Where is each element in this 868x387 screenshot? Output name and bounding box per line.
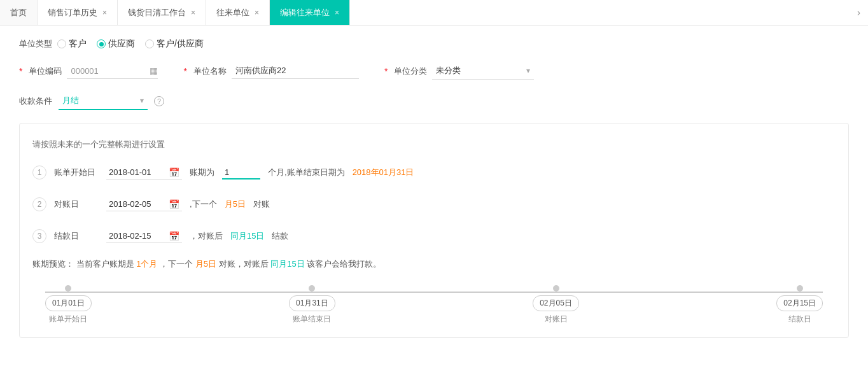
- period-highlight-date-1: 2018年01月31日: [353, 167, 414, 178]
- period-row-1: 1 账单开始日 📅 账期为 个月,账单结束日期为 2018年01月31日: [32, 165, 836, 179]
- period-prefix-3: ，对账后: [190, 230, 223, 242]
- field-label-2: 对账日: [54, 199, 99, 210]
- unit-code-input-wrap: ▦: [67, 64, 158, 79]
- tab-bar: 首页 销售订单历史 × 钱货日清工作台 × 往来单位 × 编辑往来单位 × ›: [0, 0, 868, 25]
- preview-section: 账期预览： 当前客户账期是 1个月 ，下一个 月5日 对账，对账后 同月15日 …: [32, 248, 836, 325]
- radio-both[interactable]: 客户/供应商: [145, 38, 204, 50]
- step-3: 3: [32, 229, 46, 243]
- preview-highlight-1: 1个月: [136, 259, 157, 269]
- preview-highlight-3: 同月15日: [270, 259, 304, 269]
- period-prefix-2: ,下一个: [190, 199, 217, 210]
- radio-supplier-circle: [97, 39, 106, 48]
- radio-supplier[interactable]: 供应商: [97, 38, 135, 50]
- radio-customer[interactable]: 客户: [57, 38, 87, 50]
- unit-code-icon: ▦: [150, 66, 158, 76]
- date-input-wrap-2: 📅: [106, 198, 182, 211]
- tl-node-3: 02月15日 结款日: [776, 285, 823, 325]
- unit-category-select[interactable]: 未分类 ▾: [432, 62, 534, 80]
- close-tab-cash[interactable]: ×: [191, 8, 195, 17]
- period-suffix-3: 结款: [272, 230, 288, 242]
- tl-node-1: 01月31日 账单结束日: [289, 285, 335, 325]
- period-suffix-1b: 个月,账单结束日期为: [268, 167, 345, 178]
- unit-info-row: * 单位编码 ▦ * 单位名称 * 单位分类 未分类 ▾: [19, 62, 849, 80]
- unit-category-arrow: ▾: [526, 66, 530, 75]
- tab-edit-partner[interactable]: 编辑往来单位 ×: [270, 0, 350, 25]
- unit-category-label: 单位分类: [394, 66, 427, 77]
- tl-node-0: 01月01日 账单开始日: [45, 285, 92, 325]
- unit-type-group: 单位类型 客户 供应商 客户/供应商: [19, 38, 204, 50]
- step-2: 2: [32, 197, 46, 211]
- tl-date-3: 02月15日: [776, 295, 823, 311]
- period-instruction: 请按照未来的一个完整帐期进行设置: [32, 139, 836, 150]
- unit-type-row: 单位类型 客户 供应商 客户/供应商: [19, 38, 849, 50]
- help-icon[interactable]: ?: [154, 96, 164, 106]
- field-label-3: 结款日: [54, 230, 99, 242]
- period-suffix-2: 对账: [253, 199, 270, 210]
- tl-date-2: 02月05日: [533, 295, 579, 311]
- payment-label: 收款条件: [19, 95, 52, 107]
- close-tab-edit[interactable]: ×: [335, 8, 339, 17]
- tl-node-2: 02月05日 对账日: [533, 285, 579, 325]
- unit-name-input[interactable]: [232, 64, 359, 79]
- calendar-icon-1[interactable]: 📅: [169, 167, 179, 178]
- calendar-icon-2[interactable]: 📅: [169, 199, 179, 209]
- payment-select[interactable]: 月结 ▾: [59, 92, 148, 110]
- tab-sales-order-history[interactable]: 销售订单历史 ×: [38, 0, 118, 25]
- timeline: 01月01日 账单开始日 01月31日 账单结束日 02月05日 对账日: [32, 285, 836, 325]
- tl-label-2: 对账日: [545, 314, 568, 325]
- tab-cash-reconciliation[interactable]: 钱货日清工作台 ×: [118, 0, 206, 25]
- tl-label-3: 结款日: [788, 314, 811, 325]
- tab-home[interactable]: 首页: [0, 0, 38, 25]
- date-input-wrap-1: 📅: [106, 166, 182, 179]
- period-row-3: 3 结款日 📅 ，对账后 同月15日 结款: [32, 229, 836, 243]
- preview-text: 账期预览： 当前客户账期是 1个月 ，下一个 月5日 对账，对账后 同月15日 …: [32, 258, 836, 270]
- tab-partner-units[interactable]: 往来单位 ×: [206, 0, 270, 25]
- unit-category-required: *: [384, 66, 388, 76]
- unit-name-label: 单位名称: [193, 66, 227, 77]
- period-highlight-2: 月5日: [225, 199, 246, 210]
- calendar-icon-3[interactable]: 📅: [169, 231, 179, 241]
- unit-code-label: 单位编码: [29, 66, 62, 77]
- close-tab-sales[interactable]: ×: [102, 8, 107, 17]
- date-input-2[interactable]: [109, 199, 166, 209]
- radio-both-circle: [145, 39, 154, 48]
- preview-highlight-2: 月5日: [195, 259, 216, 269]
- date-input-wrap-3: 📅: [106, 230, 182, 243]
- unit-type-label: 单位类型: [19, 38, 52, 50]
- tl-date-1: 01月31日: [289, 295, 335, 311]
- tl-date-0: 01月01日: [45, 295, 92, 311]
- unit-code-input[interactable]: [67, 64, 150, 78]
- unit-category-group: * 单位分类 未分类 ▾: [384, 62, 534, 80]
- tab-more-button[interactable]: ›: [850, 0, 868, 25]
- step-1: 1: [32, 165, 46, 179]
- period-highlight-3: 同月15日: [230, 230, 264, 242]
- unit-code-required: *: [19, 66, 22, 76]
- payment-arrow: ▾: [140, 96, 144, 105]
- date-input-3[interactable]: [109, 231, 166, 241]
- month-input[interactable]: [222, 166, 260, 179]
- unit-code-group: * 单位编码 ▦: [19, 64, 158, 79]
- date-input-1[interactable]: [109, 167, 166, 177]
- payment-row: 收款条件 月结 ▾ ?: [19, 92, 849, 110]
- unit-name-group: * 单位名称: [183, 64, 358, 79]
- period-panel: 请按照未来的一个完整帐期进行设置 1 账单开始日 📅 账期为 个月,账单结束日期…: [19, 123, 849, 338]
- unit-type-radio-group: 客户 供应商 客户/供应商: [57, 38, 204, 50]
- tl-label-0: 账单开始日: [49, 314, 87, 325]
- unit-name-required: *: [183, 66, 186, 76]
- field-label-1: 账单开始日: [54, 167, 99, 178]
- tl-label-1: 账单结束日: [293, 314, 331, 325]
- period-suffix-1: 账期为: [190, 167, 214, 178]
- timeline-line: [45, 292, 823, 293]
- main-content: 单位类型 客户 供应商 客户/供应商 * 单位编码: [0, 25, 868, 387]
- radio-customer-circle: [57, 39, 66, 48]
- period-row-2: 2 对账日 📅 ,下一个 月5日 对账: [32, 197, 836, 211]
- close-tab-partner[interactable]: ×: [255, 8, 259, 17]
